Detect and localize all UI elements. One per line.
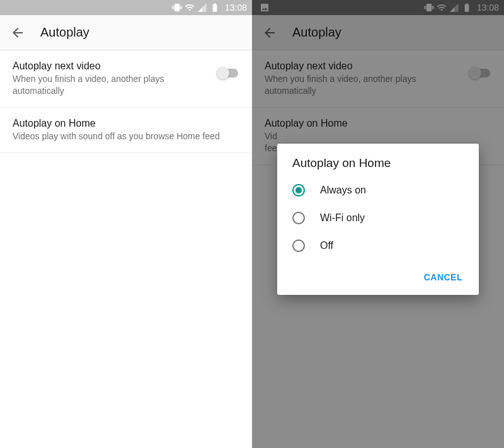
radio-icon	[292, 184, 305, 197]
radio-option-always-on[interactable]: Always on	[277, 176, 479, 204]
radio-icon	[292, 239, 305, 252]
dialog-actions: CANCEL	[277, 260, 479, 290]
radio-label: Always on	[320, 185, 366, 196]
back-arrow-icon[interactable]	[10, 25, 25, 40]
radio-label: Wi-Fi only	[320, 212, 365, 224]
status-clock: 13:08	[225, 3, 247, 13]
vibrate-icon	[172, 3, 182, 13]
dialog-title: Autoplay on Home	[277, 156, 479, 176]
setting-autoplay-next-video[interactable]: Autoplay next video When you finish a vi…	[0, 50, 252, 108]
battery-icon	[210, 3, 220, 13]
setting-text: Autoplay next video When you finish a vi…	[13, 60, 207, 97]
radio-icon	[292, 212, 305, 224]
phone-screen-right: 13:08 Autoplay Autoplay next video When …	[252, 0, 504, 448]
setting-subtitle: Videos play with sound off as you browse…	[13, 130, 239, 142]
setting-text: Autoplay on Home Videos play with sound …	[13, 118, 239, 142]
settings-list: Autoplay next video When you finish a vi…	[0, 50, 252, 153]
wifi-icon	[185, 3, 195, 13]
radio-label: Off	[320, 240, 333, 251]
cancel-button[interactable]: CANCEL	[418, 267, 469, 287]
toggle-autoplay-next-video[interactable]	[217, 67, 239, 79]
setting-title: Autoplay next video	[13, 60, 207, 72]
toggle-thumb	[217, 67, 229, 79]
setting-autoplay-on-home[interactable]: Autoplay on Home Videos play with sound …	[0, 108, 252, 153]
page-title: Autoplay	[40, 25, 89, 40]
setting-title: Autoplay on Home	[13, 118, 239, 129]
radio-option-wifi-only[interactable]: Wi-Fi only	[277, 204, 479, 232]
setting-subtitle: When you finish a video, another plays a…	[13, 73, 207, 97]
dialog-autoplay-on-home: Autoplay on Home Always on Wi-Fi only Of…	[277, 144, 479, 295]
app-bar: Autoplay	[0, 15, 252, 50]
radio-option-off[interactable]: Off	[277, 232, 479, 260]
phone-screen-left: 13:08 Autoplay Autoplay next video When …	[0, 0, 252, 448]
status-bar: 13:08	[0, 0, 252, 15]
signal-icon	[197, 3, 207, 13]
